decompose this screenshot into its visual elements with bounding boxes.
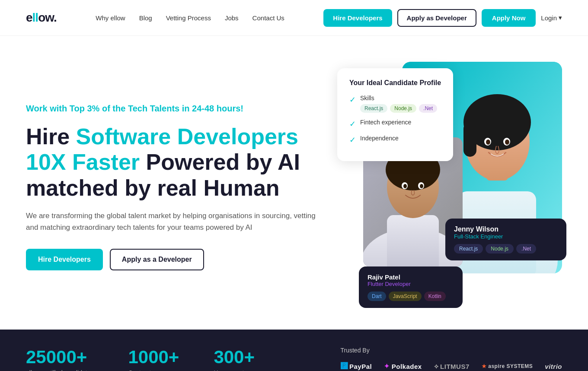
- paypal-icon: 🅿: [341, 362, 348, 370]
- skills-row: ✓ Skills React.js Node.js .Net: [349, 95, 441, 113]
- litmus7-icon: ⟡: [434, 362, 439, 370]
- logo[interactable]: ellow.: [26, 11, 57, 25]
- fintech-label: Fintech experience: [360, 119, 411, 126]
- nav-why-ellow[interactable]: Why ellow: [96, 14, 125, 22]
- headline-hire: Hire: [26, 124, 76, 149]
- rajiv-tag-dart: Dart: [368, 292, 386, 301]
- headline-matched: matched by real Human: [26, 175, 280, 200]
- stat-contracts: 1000+ Contracts: [128, 347, 179, 371]
- rajiv-name: Rajiv Patel: [368, 273, 454, 281]
- stats-section: 25000+ ellow certified candidates 1000+ …: [0, 330, 588, 371]
- hero-tagline: Work with Top 3% of the Tech Talents in …: [26, 104, 320, 114]
- check-icon-fintech: ✓: [349, 119, 356, 129]
- hire-developers-hero-button[interactable]: Hire Developers: [26, 249, 103, 270]
- candidate-profile-card: Your Ideal Candidate Profile ✓ Skills Re…: [337, 68, 453, 161]
- vitrio-logo: vitrio: [545, 363, 562, 370]
- jenny-role: Full-Stack Engineer: [454, 233, 558, 240]
- jenny-tag-node: Node.js: [486, 244, 514, 254]
- rajiv-tag-kotlin: Kotlin: [424, 292, 446, 301]
- tag-nodejs: Node.js: [390, 104, 416, 113]
- jenny-wilson-card: Jenny Wilson Full-Stack Engineer React.j…: [445, 219, 566, 260]
- skills-label: Skills: [360, 95, 437, 101]
- hero-visual: Your Ideal Candidate Profile ✓ Skills Re…: [350, 62, 562, 312]
- litmus7-logo: ⟡ LITMUS7: [434, 362, 470, 370]
- rajiv-role: Flutter Developer: [368, 281, 454, 287]
- stat-candidates-number: 25000+: [26, 347, 93, 368]
- stat-candidates-label: ellow certified candidates: [26, 369, 93, 371]
- tag-reactjs: React.js: [360, 104, 387, 113]
- tag-dotnet: .Net: [419, 104, 437, 113]
- stats-numbers: 25000+ ellow certified candidates 1000+ …: [26, 347, 341, 371]
- jenny-tag-net: .Net: [516, 244, 536, 254]
- check-icon-skills: ✓: [349, 95, 356, 105]
- rajiv-patel-card: Rajiv Patel Flutter Developer Dart JavaS…: [359, 266, 463, 308]
- fintech-row: ✓ Fintech experience: [349, 119, 441, 129]
- stat-customers-number: 300+: [214, 347, 261, 368]
- rajiv-tags: Dart JavaScript Kotlin: [368, 292, 454, 301]
- check-icon-independence: ✓: [349, 135, 356, 145]
- stat-customers: 300+ Happy customers: [214, 347, 261, 371]
- polkadex-logo: ✦ Polkadex: [384, 362, 422, 370]
- nav-contact[interactable]: Contact Us: [252, 14, 284, 22]
- stat-customers-label: Happy customers: [214, 369, 261, 371]
- svg-rect-6: [463, 122, 476, 157]
- headline-powered-by-ai: Powered by AI: [140, 149, 300, 174]
- stat-contracts-label: Contracts: [128, 369, 179, 371]
- skills-tags: React.js Node.js .Net: [360, 104, 437, 113]
- headline-10x-faster: 10X Faster: [26, 149, 140, 174]
- apply-now-nav-button[interactable]: Apply Now: [482, 9, 536, 27]
- jenny-tag-react: React.js: [454, 244, 483, 254]
- trusted-by-label: Trusted By: [341, 347, 370, 354]
- apply-as-developer-hero-button[interactable]: Apply as a Developer: [110, 249, 204, 270]
- jenny-name: Jenny Wilson: [454, 225, 558, 233]
- svg-point-19: [403, 184, 407, 188]
- hero-section: Work with Top 3% of the Tech Talents in …: [0, 36, 588, 330]
- stat-contracts-number: 1000+: [128, 347, 179, 368]
- aspire-icon: ★: [482, 363, 487, 369]
- independence-row: ✓ Independence: [349, 135, 441, 145]
- nav-actions: Hire Developers Apply as Developer Apply…: [323, 9, 562, 27]
- hero-buttons: Hire Developers Apply as a Developer: [26, 249, 320, 270]
- hero-headline: Hire Software Developers 10X Faster Powe…: [26, 124, 320, 201]
- navbar: ellow. Why ellow Blog Vetting Process Jo…: [0, 0, 588, 36]
- nav-vetting[interactable]: Vetting Process: [166, 14, 211, 22]
- login-button[interactable]: Login ▾: [541, 14, 562, 22]
- nav-links: Why ellow Blog Vetting Process Jobs Cont…: [96, 14, 284, 22]
- hire-developers-nav-button[interactable]: Hire Developers: [323, 9, 392, 27]
- nav-blog[interactable]: Blog: [139, 14, 152, 22]
- stat-candidates: 25000+ ellow certified candidates: [26, 347, 93, 371]
- svg-point-20: [420, 184, 423, 188]
- headline-software-developers: Software Developers: [76, 124, 298, 149]
- aspire-logo: ★ aspire SYSTEMS: [482, 363, 533, 369]
- svg-point-10: [505, 140, 509, 145]
- jenny-tags: React.js Node.js .Net: [454, 244, 558, 254]
- nav-jobs[interactable]: Jobs: [225, 14, 239, 22]
- svg-rect-13: [387, 215, 439, 267]
- paypal-logo: 🅿 PayPal: [341, 362, 372, 370]
- hero-description: We are transforming the global talent ma…: [26, 210, 320, 233]
- polkadex-icon: ✦: [384, 362, 390, 370]
- svg-point-9: [486, 140, 490, 145]
- candidate-card-title: Your Ideal Candidate Profile: [349, 79, 441, 88]
- hero-content: Work with Top 3% of the Tech Talents in …: [26, 104, 320, 271]
- apply-as-developer-nav-button[interactable]: Apply as Developer: [397, 9, 476, 27]
- trusted-by-section: Trusted By 🅿 PayPal ✦ Polkadex ⟡ LITMUS7…: [341, 347, 562, 370]
- chevron-down-icon: ▾: [559, 14, 562, 22]
- independence-label: Independence: [360, 135, 399, 142]
- brand-logos: 🅿 PayPal ✦ Polkadex ⟡ LITMUS7 ★ aspire S…: [341, 362, 562, 370]
- rajiv-tag-javascript: JavaScript: [389, 292, 422, 301]
